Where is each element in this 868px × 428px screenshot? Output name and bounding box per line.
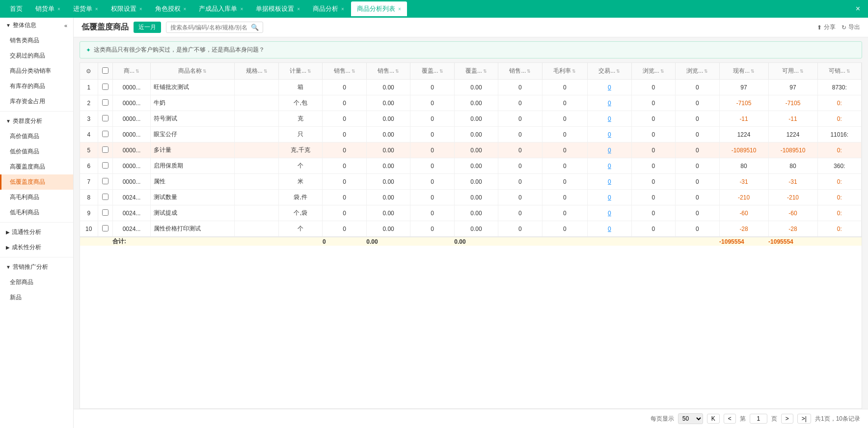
sidebar-item-stock-fund[interactable]: 库存资金占用 (0, 94, 73, 109)
row-trade[interactable]: 0 (588, 174, 631, 190)
export-button[interactable]: ↻ 导出 (841, 23, 860, 31)
sidebar-item-category-rate[interactable]: 商品分类动销率 (0, 63, 73, 79)
row-checkbox-input[interactable] (102, 131, 108, 137)
row-trade[interactable]: 0 (588, 205, 631, 221)
row-checkbox[interactable] (98, 190, 112, 205)
row-checkbox[interactable] (98, 158, 112, 174)
col-spec[interactable]: 规格...⇅ (235, 63, 278, 80)
nav-close-permissions[interactable]: × (139, 6, 142, 12)
select-all-checkbox[interactable] (102, 67, 108, 74)
row-checkbox[interactable] (98, 221, 112, 237)
row-trade[interactable]: 0 (588, 111, 631, 127)
col-name[interactable]: 商品名称⇅ (151, 63, 235, 80)
row-checkbox[interactable] (98, 80, 112, 95)
share-button[interactable]: ⬆ 分享 (817, 23, 836, 31)
nav-close-all-button[interactable]: × (852, 2, 864, 15)
first-page-button[interactable]: K (707, 414, 720, 424)
nav-product-analysis-list[interactable]: 商品分析列表 × (351, 1, 407, 16)
period-button[interactable]: 近一月 (134, 22, 161, 33)
nav-close-analysis-list[interactable]: × (398, 6, 401, 12)
row-trade[interactable]: 0 (588, 221, 631, 237)
nav-close-roles[interactable]: × (184, 6, 187, 12)
row-trade[interactable]: 0 (588, 95, 631, 111)
row-checkbox-input[interactable] (102, 225, 108, 231)
row-trade[interactable]: 0 (588, 158, 631, 174)
nav-purchase[interactable]: 进货单 × (67, 1, 104, 16)
data-table-container[interactable]: ⚙ 商...⇅ 商品名称⇅ 规格...⇅ 计量...⇅ 销售...⇅ 销售...… (80, 62, 862, 409)
col-sale-qty[interactable]: 销售...⇅ (323, 63, 366, 80)
row-checkbox-input[interactable] (102, 194, 108, 200)
col-coverage1[interactable]: 覆盖...⇅ (410, 63, 454, 80)
sidebar-section-overall[interactable]: ▼ 整体信息 « (0, 18, 73, 33)
nav-permissions[interactable]: 权限设置 × (105, 1, 148, 16)
row-trade[interactable]: 0 (588, 127, 631, 143)
search-icon[interactable]: 🔍 (251, 24, 259, 31)
row-checkbox-input[interactable] (102, 162, 108, 169)
col-checkbox-all[interactable] (98, 63, 112, 80)
col-saleable[interactable]: 可销...⇅ (817, 63, 862, 80)
row-checkbox[interactable] (98, 127, 112, 143)
col-sale-extra[interactable]: 销售...⇅ (498, 63, 542, 80)
nav-close-product-entry[interactable]: × (240, 6, 243, 12)
row-checkbox[interactable] (98, 111, 112, 127)
last-page-button[interactable]: >| (797, 414, 811, 424)
col-browse2[interactable]: 浏览...⇅ (676, 63, 719, 80)
col-code[interactable]: 商...⇅ (112, 63, 151, 80)
col-sale-amt[interactable]: 销售...⇅ (366, 63, 410, 80)
row-checkbox-input[interactable] (102, 84, 108, 90)
sidebar-item-new-goods[interactable]: 新品 (0, 290, 73, 305)
row-checkbox-input[interactable] (102, 99, 108, 106)
nav-roles[interactable]: 角色授权 × (149, 1, 192, 16)
sidebar-section-circulation[interactable]: ▶ 流通性分析 (0, 225, 73, 240)
sidebar-item-high-coverage[interactable]: 高覆盖度商品 (0, 159, 73, 174)
nav-home[interactable]: 首页 (4, 1, 28, 16)
sidebar-section-group[interactable]: ▼ 类群度分析 (0, 114, 73, 129)
row-trade[interactable]: 0 (588, 143, 631, 158)
nav-close-purchase[interactable]: × (95, 6, 98, 12)
row-checkbox[interactable] (98, 95, 112, 111)
sidebar-item-high-profit[interactable]: 高毛利商品 (0, 190, 73, 205)
col-coverage2[interactable]: 覆盖...⇅ (454, 63, 498, 80)
sidebar-item-sales-goods[interactable]: 销售类商品 (0, 33, 73, 48)
col-settings[interactable]: ⚙ (80, 63, 98, 80)
row-browse2: 0 (676, 127, 719, 143)
sidebar-section-marketing[interactable]: ▼ 营销推广分析 (0, 259, 73, 275)
row-checkbox-input[interactable] (102, 115, 108, 121)
nav-product-analysis[interactable]: 商品分析 × (307, 1, 350, 16)
nav-close-sales[interactable]: × (57, 6, 60, 12)
row-checkbox[interactable] (98, 143, 112, 158)
sidebar-item-low-coverage[interactable]: 低覆盖度商品 (0, 174, 73, 190)
sidebar-section-growth[interactable]: ▶ 成长性分析 (0, 240, 73, 255)
row-checkbox-input[interactable] (102, 209, 108, 216)
row-spec (235, 205, 278, 221)
row-checkbox[interactable] (98, 205, 112, 221)
sidebar-item-traded-goods[interactable]: 交易过的商品 (0, 48, 73, 63)
nav-template-settings[interactable]: 单据模板设置 × (250, 1, 306, 16)
row-checkbox-input[interactable] (102, 178, 108, 184)
sidebar-item-low-value[interactable]: 低价值商品 (0, 144, 73, 159)
col-unit[interactable]: 计量...⇅ (278, 63, 322, 80)
row-trade[interactable]: 0 (588, 190, 631, 205)
prev-page-button[interactable]: < (724, 414, 736, 424)
sidebar-item-high-value[interactable]: 高价值商品 (0, 129, 73, 144)
row-trade[interactable]: 0 (588, 80, 631, 95)
nav-sales[interactable]: 销货单 × (29, 1, 66, 16)
col-browse1[interactable]: 浏览...⇅ (631, 63, 675, 80)
col-usable[interactable]: 可用...⇅ (768, 63, 817, 80)
row-usable: -28 (768, 221, 817, 237)
next-page-button[interactable]: > (781, 414, 793, 424)
row-checkbox[interactable] (98, 174, 112, 190)
col-current[interactable]: 现有...⇅ (719, 63, 768, 80)
row-checkbox-input[interactable] (102, 146, 108, 153)
nav-close-product-analysis[interactable]: × (341, 6, 344, 12)
nav-close-template[interactable]: × (297, 6, 300, 12)
col-gross-rate[interactable]: 毛利率⇅ (542, 63, 588, 80)
page-size-select[interactable]: 50 20 100 (678, 413, 703, 424)
nav-product-entry[interactable]: 产成品入库单 × (193, 1, 249, 16)
sidebar-item-low-profit[interactable]: 低毛利商品 (0, 205, 73, 220)
sidebar-item-in-stock[interactable]: 有库存的商品 (0, 79, 73, 94)
search-input[interactable] (170, 24, 249, 31)
page-number-input[interactable] (750, 414, 767, 424)
sidebar-item-all-goods[interactable]: 全部商品 (0, 275, 73, 290)
col-trade[interactable]: 交易...⇅ (588, 63, 631, 80)
